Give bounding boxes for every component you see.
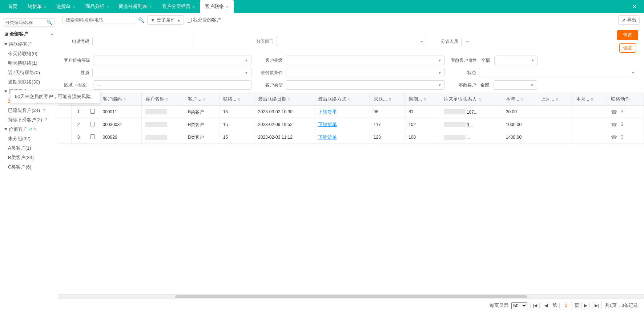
page-size-label: 每页显示 — [490, 302, 508, 309]
tab-customer-layer[interactable]: 客户分层经营 × — [157, 0, 200, 13]
row-check-0[interactable] — [86, 106, 99, 118]
tab-analysis-close[interactable]: × — [106, 4, 109, 9]
sidebar-search-input[interactable] — [5, 20, 47, 25]
search-input[interactable] — [66, 17, 132, 23]
sidebar-group-pending[interactable]: 待联络客户 — [0, 40, 58, 49]
filter-person: 分管人员 ··· — [433, 37, 611, 46]
filter-person-select[interactable]: ··· — [461, 37, 611, 46]
filter-price-grade-select[interactable]: ▼ — [93, 56, 251, 65]
action-more-icon-1[interactable]: ⠿ — [620, 122, 624, 127]
col-overdue-header[interactable]: 逾期... ⇅ — [405, 93, 440, 106]
refresh-icon[interactable]: ↺ — [29, 127, 33, 132]
next-page-btn[interactable]: ▶ — [581, 302, 590, 309]
edit-icon[interactable]: ✎ — [33, 127, 37, 132]
filter-phone-input[interactable] — [92, 37, 194, 46]
col-uncontacted-header[interactable]: 未联... ⇅ — [370, 93, 404, 106]
sidebar-item-week-contact[interactable]: 近7天待联络(0) — [0, 68, 58, 77]
toolbar: 🔍 ▼ 更多条件 ▲ 我分管的客户 ↗ 导出 — [58, 13, 644, 27]
search-input-box[interactable] — [63, 16, 135, 24]
filter-dept-select[interactable]: ▼ — [277, 37, 427, 46]
horizontal-scrollbar[interactable] — [58, 294, 644, 299]
col-contact-header[interactable]: 联络... ⇅ — [219, 93, 254, 106]
query-button[interactable]: 查询 — [617, 30, 638, 40]
sidebar-item-tomorrow-contact[interactable]: 明天待联络(1) — [0, 58, 58, 68]
tab-sales[interactable]: 销货单 × — [23, 0, 51, 13]
filter-region-select[interactable]: ··· — [93, 80, 251, 90]
sidebar-item-declining[interactable]: 持续下滑客户(2) ? — [0, 115, 58, 125]
action-contact-icon-2[interactable]: ☎ — [611, 134, 617, 140]
filter-zero-customer-select[interactable]: ▼ — [494, 80, 537, 90]
col-last-date-header[interactable]: 最后联络日期 ⇅ — [254, 93, 314, 106]
row-this-month-2 — [572, 131, 607, 144]
row-last-method-0[interactable]: 下销货单 — [314, 106, 370, 118]
col-contact-person-header[interactable]: 往来单位联系人 ⇅ — [440, 93, 502, 106]
row-checkbox-1[interactable] — [90, 122, 95, 126]
action-contact-icon-0[interactable]: ☎ — [611, 109, 617, 115]
my-customer-checkbox[interactable] — [187, 18, 192, 23]
action-more-icon-2[interactable]: ⠿ — [620, 134, 624, 140]
window-close-btn[interactable]: ✕ — [628, 4, 641, 9]
search-button[interactable]: 🔍 — [138, 17, 144, 23]
col-code-header[interactable]: 客户编码 ⇅ — [99, 93, 141, 106]
filter-customer-type-select[interactable]: ▼ — [286, 80, 445, 90]
sidebar-item-class-a[interactable]: A类客户(1) — [0, 143, 58, 153]
person-more-icon[interactable]: ··· — [464, 39, 471, 44]
tab-customer-contact[interactable]: 客户联络 × — [200, 0, 233, 13]
sidebar-item-churned[interactable]: 已流失客户(24) ? — [0, 106, 58, 115]
filter-gender-select[interactable]: ▼ — [92, 68, 251, 77]
filter-payment-label: 收付款条件 — [257, 70, 283, 76]
tab-analysis-list-close[interactable]: × — [149, 4, 152, 9]
first-page-btn[interactable]: |◀ — [530, 302, 540, 309]
page-num-input[interactable] — [559, 302, 572, 309]
last-page-btn[interactable]: ▶| — [592, 302, 601, 309]
tab-purchase-close[interactable]: × — [73, 4, 75, 9]
export-btn[interactable]: ↗ 导出 — [618, 15, 640, 25]
row-last-method-1[interactable]: 下销货单 — [314, 118, 370, 131]
my-customer-check[interactable]: 我分管的客户 — [187, 17, 221, 23]
sidebar-item-class-c[interactable]: C类客户(6) — [0, 162, 58, 172]
col-name-header[interactable]: 客户名称 ⇅ — [141, 93, 184, 106]
sidebar-item-ungrouped[interactable]: 未分组(32) — [0, 134, 58, 143]
col-last-month-header[interactable]: 上月... ⇅ — [537, 93, 572, 106]
filter-zero-attr-select[interactable]: ▼ — [494, 56, 538, 65]
sidebar-item-class-b[interactable]: B类客户(33) — [0, 153, 58, 162]
setting-button[interactable]: 设置 — [619, 43, 636, 53]
tab-customer-contact-close[interactable]: × — [226, 4, 228, 9]
col-last-method-header[interactable]: 最后联络方式 ⇅ — [314, 93, 370, 106]
tab-analysis[interactable]: 商品分析 × — [80, 0, 114, 13]
row-last-method-2[interactable]: 下销货单 — [314, 131, 370, 144]
tab-customer-layer-close[interactable]: × — [193, 4, 195, 9]
sidebar-item-today-contact[interactable]: 今天待联络(0) — [0, 49, 58, 58]
row-contact-person-2: ... — [440, 131, 502, 144]
row-check-1[interactable] — [86, 118, 99, 131]
scrollbar-thumb[interactable] — [175, 295, 527, 298]
page-size-select[interactable]: 50 100 200 — [511, 302, 527, 309]
row-checkbox-2[interactable] — [90, 134, 95, 139]
action-contact-icon-1[interactable]: ☎ — [611, 122, 617, 127]
row-overdue-0: 81 — [405, 106, 440, 118]
filter-customer-grade-select[interactable]: ▼ — [286, 56, 445, 65]
col-this-month-header[interactable]: 本月... ⇅ — [572, 93, 607, 106]
sort-icon-uncontacted: ⇅ — [389, 97, 391, 101]
tab-purchase[interactable]: 进货单 × — [51, 0, 80, 13]
col-type-header[interactable]: 客户... ⇅ — [184, 93, 219, 106]
sidebar-all-customers[interactable]: ⊞ 全部客户 « — [0, 29, 58, 40]
sidebar-group-value[interactable]: 价值客户 ↺ ✎ — [0, 125, 58, 134]
region-more-icon[interactable]: ··· — [96, 82, 103, 88]
row-checkbox-0[interactable] — [90, 109, 95, 114]
filter-status-select[interactable]: ▼ — [479, 68, 638, 77]
tab-home[interactable]: 首页 — [3, 0, 23, 13]
action-more-icon-0[interactable]: ⠿ — [620, 109, 624, 115]
tab-sales-close[interactable]: × — [44, 4, 46, 9]
prev-page-btn[interactable]: ◀ — [542, 302, 550, 309]
filter-payment-select[interactable]: ▼ — [286, 68, 445, 77]
sidebar-search-box[interactable]: 🔍 — [3, 18, 55, 27]
tab-analysis-list[interactable]: 商品分析列表 × — [114, 0, 157, 13]
more-filter-btn[interactable]: ▼ 更多条件 ▲ — [147, 15, 184, 25]
sidebar-item-overdue-contact[interactable]: 逾期未联络(30) — [0, 77, 58, 87]
row-check-2[interactable] — [86, 131, 99, 144]
col-this-year-header[interactable]: 本年... ⇅ — [502, 93, 537, 106]
row-contact-count-1: 15 — [219, 118, 254, 131]
row-uncontacted-2: 123 — [370, 131, 404, 144]
sidebar-collapse-icon[interactable]: « — [51, 32, 53, 37]
